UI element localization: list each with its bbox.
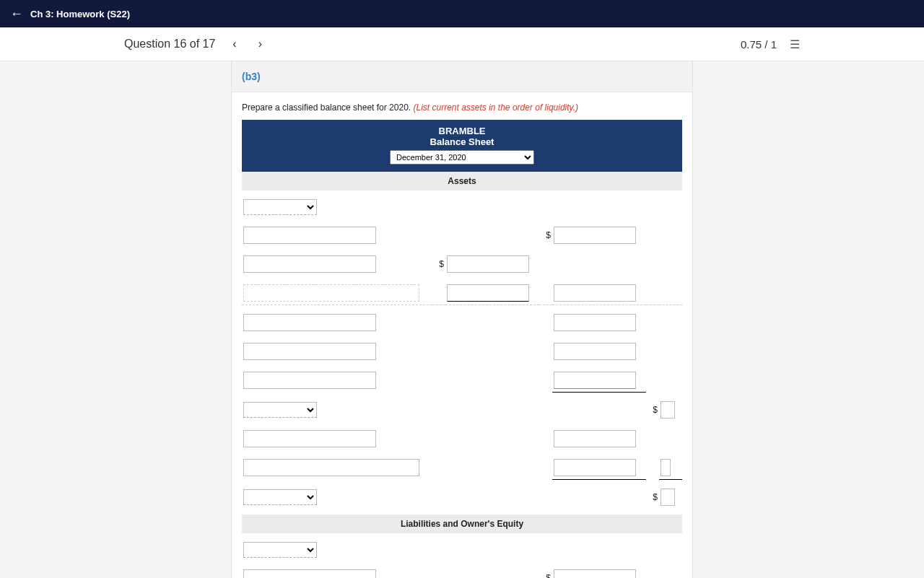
dollar-sign: $ <box>539 566 552 578</box>
account-input[interactable] <box>243 569 376 578</box>
category-select-3[interactable] <box>243 489 317 505</box>
account-input[interactable] <box>243 314 376 331</box>
amount-input[interactable] <box>554 343 636 360</box>
account-input[interactable] <box>243 284 419 302</box>
question-nav-bar: Question 16 of 17 ‹ › 0.75 / 1 ☰ <box>116 27 808 61</box>
amount-input[interactable] <box>554 314 636 331</box>
account-input[interactable] <box>243 372 376 389</box>
dollar-sign: $ <box>646 398 659 421</box>
amount-input[interactable] <box>554 569 636 578</box>
part-label: (b3) <box>242 71 261 82</box>
account-input[interactable] <box>243 430 376 447</box>
question-list-icon[interactable]: ☰ <box>790 38 800 51</box>
amount-input[interactable] <box>554 430 636 447</box>
instructions-text: Prepare a classified balance sheet for 2… <box>242 102 413 113</box>
company-name: BRAMBLE <box>242 126 682 136</box>
prev-question-button[interactable]: ‹ <box>228 35 240 53</box>
amount-input[interactable] <box>554 284 636 302</box>
dollar-sign: $ <box>432 253 445 276</box>
date-select[interactable]: December 31, 2020 <box>390 150 534 165</box>
category-select-4[interactable] <box>243 542 317 558</box>
balance-sheet-header: BRAMBLE Balance Sheet December 31, 2020 <box>242 120 682 172</box>
liabilities-section-header: Liabilities and Owner's Equity <box>242 514 682 533</box>
sheet-title: Balance Sheet <box>242 136 682 147</box>
liabilities-table: $ <box>242 533 682 578</box>
amount-input[interactable] <box>661 459 671 476</box>
account-input[interactable] <box>243 255 376 273</box>
amount-input[interactable] <box>554 372 636 389</box>
assignment-title: Ch 3: Homework (S22) <box>30 9 130 19</box>
question-content: (b3) Prepare a classified balance sheet … <box>231 61 693 578</box>
instructions: Prepare a classified balance sheet for 2… <box>232 92 692 120</box>
question-label: Question 16 of 17 <box>124 38 215 51</box>
score-label: 0.75 / 1 <box>741 38 777 51</box>
amount-input[interactable] <box>661 489 675 506</box>
amount-input[interactable] <box>447 255 529 273</box>
amount-input[interactable] <box>447 284 529 302</box>
assets-section-header: Assets <box>242 172 682 191</box>
part-header: (b3) <box>232 61 692 92</box>
amount-input[interactable] <box>661 401 675 419</box>
account-input[interactable] <box>243 343 376 360</box>
category-select-2[interactable] <box>243 402 317 418</box>
account-input[interactable] <box>243 227 376 244</box>
next-question-button[interactable]: › <box>254 35 266 53</box>
top-bar: ← Ch 3: Homework (S22) <box>0 0 924 27</box>
dollar-sign: $ <box>646 486 659 509</box>
instructions-note: (List current assets in the order of liq… <box>413 102 578 113</box>
amount-input[interactable] <box>554 227 636 244</box>
amount-input[interactable] <box>554 459 636 476</box>
assets-table: $ $ <box>242 191 682 514</box>
category-select-1[interactable] <box>243 199 317 215</box>
dollar-sign: $ <box>539 224 552 247</box>
back-icon[interactable]: ← <box>10 6 23 22</box>
account-input[interactable] <box>243 459 419 476</box>
